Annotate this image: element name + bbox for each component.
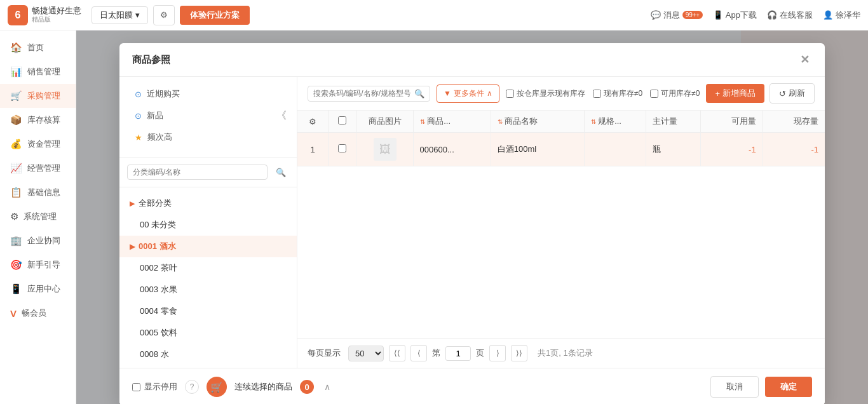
col-header-spec[interactable]: ⇅ 规格...: [584, 111, 646, 133]
modal-close-button[interactable]: ✕: [797, 52, 812, 67]
show-disabled-label: 显示停用: [144, 381, 177, 393]
table-header: ⚙ 商品图片: [297, 111, 825, 133]
cell-checkbox[interactable]: [329, 133, 356, 166]
per-page-select[interactable]: 10 20 50 100: [348, 346, 384, 361]
app-download-item[interactable]: 📱 App下载: [713, 10, 757, 21]
cell-stock: -1: [763, 133, 825, 166]
finance-icon: 💰: [10, 138, 22, 150]
category-label-0001: 0001 酒水: [139, 241, 176, 252]
cell-name: 白酒100ml: [491, 133, 584, 166]
quick-links: ⊙ 近期购买 ⊙ 新品 ★ 频次高: [127, 84, 274, 147]
refresh-button[interactable]: ↺ 刷新: [770, 83, 815, 104]
category-0005[interactable]: 0005 饮料: [119, 322, 297, 344]
checkbox-nonzero-avail[interactable]: 可用库存≠0: [650, 88, 700, 99]
cell-spec: [584, 133, 646, 166]
trial-btn[interactable]: 体验行业方案: [180, 6, 250, 25]
category-search-input[interactable]: [127, 165, 268, 180]
select-all-checkbox[interactable]: [338, 116, 346, 125]
continuous-select-label: 连续选择的商品: [234, 381, 292, 393]
nav-selector[interactable]: 日太阳膜 ▾: [92, 6, 148, 24]
cancel-button[interactable]: 取消: [710, 376, 759, 398]
footer-collapse-button[interactable]: ∧: [324, 382, 330, 392]
show-disabled-checkbox[interactable]: 显示停用: [132, 381, 177, 393]
sidebar-item-newbie[interactable]: 🎯 新手引导: [0, 253, 76, 277]
category-00[interactable]: 00 未分类: [119, 214, 297, 236]
system-icon: ⚙: [10, 211, 18, 222]
category-0002[interactable]: 0002 茶叶: [119, 257, 297, 279]
page-unit: 页: [476, 347, 484, 359]
category-search-area: 🔍: [119, 158, 297, 187]
sidebar-item-system[interactable]: ⚙ 系统管理: [0, 205, 76, 229]
layout: 🏠 首页 📊 销售管理 🛒 采购管理 📦 库存核算 💰 资金管理 📈 经营管理 …: [0, 30, 868, 404]
corp-icon: 🏢: [10, 235, 22, 246]
panel-collapse-button[interactable]: 《: [274, 108, 289, 123]
frequent-icon: ★: [135, 133, 142, 142]
product-search-input[interactable]: [313, 89, 410, 98]
checkbox-warehouse-stock[interactable]: 按仓库显示现有库存: [506, 88, 585, 99]
sidebar-item-member[interactable]: V 畅会员: [0, 301, 76, 325]
newbie-icon: 🎯: [10, 259, 22, 271]
message-label: 消息: [663, 10, 680, 21]
sidebar-item-business[interactable]: 📈 经营管理: [0, 156, 76, 180]
quick-link-new[interactable]: ⊙ 新品: [127, 106, 274, 125]
img-placeholder-icon: 🖼: [379, 143, 391, 156]
category-0008[interactable]: 0008 水: [119, 344, 297, 365]
confirm-button[interactable]: 确定: [765, 377, 812, 397]
col-header-code[interactable]: ⇅ 商品...: [413, 111, 491, 133]
category-search-button[interactable]: 🔍: [273, 164, 289, 180]
online-service-label: 在线客服: [780, 10, 813, 21]
more-filter-button[interactable]: ▼ 更多条件 ∧: [437, 84, 499, 103]
logo-area: 6 畅捷通好生意 精品版: [8, 5, 81, 25]
help-button[interactable]: ?: [185, 380, 199, 394]
checkbox-nonzero-stock-input[interactable]: [593, 90, 601, 98]
col-header-name[interactable]: ⇅ 商品名称: [491, 111, 584, 133]
checkbox-nonzero-stock[interactable]: 现有库存≠0: [593, 88, 642, 99]
category-0001[interactable]: ▶ 0001 酒水: [119, 236, 297, 257]
quick-link-frequent[interactable]: ★ 频次高: [127, 128, 274, 147]
product-search-icon[interactable]: 🔍: [414, 89, 424, 98]
row-checkbox[interactable]: [338, 144, 346, 152]
checkbox-warehouse-stock-input[interactable]: [506, 90, 514, 98]
page-last-button[interactable]: ⟩⟩: [511, 345, 527, 361]
checkbox-warehouse-stock-label: 按仓库显示现有库存: [517, 88, 585, 99]
col-name-label: 商品名称: [505, 116, 538, 126]
show-disabled-input[interactable]: [132, 383, 140, 391]
sidebar-item-inventory[interactable]: 📦 库存核算: [0, 108, 76, 132]
sidebar-item-sales[interactable]: 📊 销售管理: [0, 60, 76, 84]
add-product-button[interactable]: + 新增商品: [706, 84, 764, 103]
category-0004[interactable]: 0004 零食: [119, 300, 297, 322]
sidebar-label-business: 经营管理: [27, 163, 60, 174]
top-nav: 6 畅捷通好生意 精品版 日太阳膜 ▾ ⚙ 体验行业方案 💬 消息 99++ 📱…: [0, 0, 868, 30]
col-header-settings[interactable]: ⚙: [297, 111, 329, 133]
col-header-checkbox[interactable]: [329, 111, 356, 133]
page-next-button[interactable]: ⟩: [489, 345, 506, 361]
page-number-input[interactable]: [445, 346, 471, 361]
page-total-info: 共1页, 1条记录: [538, 347, 593, 359]
product-thumbnail: 🖼: [374, 138, 397, 161]
table-row[interactable]: 1 🖼: [297, 133, 825, 166]
sidebar-item-home[interactable]: 🏠 首页: [0, 36, 76, 60]
page-first-button[interactable]: ⟨⟨: [389, 345, 405, 361]
modal-body: ⊙ 近期购买 ⊙ 新品 ★ 频次高: [119, 77, 825, 368]
sidebar-item-corp[interactable]: 🏢 企业协同: [0, 229, 76, 253]
online-service-item[interactable]: 🎧 在线客服: [767, 10, 813, 21]
question-mark-icon: ?: [190, 382, 194, 391]
sidebar-item-purchase[interactable]: 🛒 采购管理: [0, 84, 76, 108]
user-item[interactable]: 👤 徐泽华: [823, 10, 860, 21]
message-item[interactable]: 💬 消息 99++: [651, 10, 703, 21]
sidebar-item-finance[interactable]: 💰 资金管理: [0, 132, 76, 156]
gear-button[interactable]: ⚙: [153, 5, 175, 25]
checkbox-nonzero-avail-input[interactable]: [650, 90, 658, 98]
category-0003[interactable]: 0003 水果: [119, 279, 297, 300]
sidebar-item-appcenter[interactable]: 📱 应用中心: [0, 277, 76, 301]
category-all[interactable]: ▶ 全部分类: [119, 192, 297, 214]
sidebar-label-finance: 资金管理: [27, 138, 60, 150]
page-prev-button[interactable]: ⟨: [410, 345, 427, 361]
business-icon: 📈: [10, 163, 22, 174]
cart-button[interactable]: 🛒: [207, 377, 227, 397]
filter-label: 更多条件: [454, 88, 484, 99]
quick-link-recent[interactable]: ⊙ 近期购买: [127, 84, 274, 104]
headset-icon: 🎧: [767, 10, 777, 20]
category-label-0005: 0005 饮料: [140, 327, 177, 339]
sidebar-item-base[interactable]: 📋 基础信息: [0, 180, 76, 205]
